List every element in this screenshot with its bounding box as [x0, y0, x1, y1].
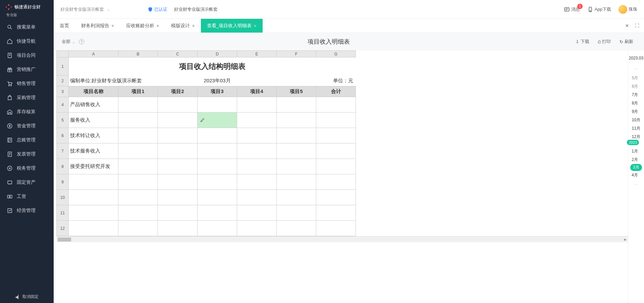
timeline-month[interactable]: 7月: [631, 91, 642, 99]
user-menu[interactable]: 珠珠: [619, 5, 637, 14]
filter-dropdown[interactable]: 全部 ⌄: [62, 39, 75, 45]
cell[interactable]: [118, 113, 158, 128]
cell[interactable]: [158, 174, 198, 190]
cell[interactable]: [316, 221, 356, 236]
cell[interactable]: [316, 143, 356, 159]
corner-cell[interactable]: [57, 51, 69, 57]
tab-应收账龄分析[interactable]: 应收账龄分析×: [120, 19, 165, 33]
scroll-down-icon[interactable]: ﹀: [633, 181, 640, 189]
timeline-month[interactable]: 8月: [631, 99, 642, 107]
tab-close-icon[interactable]: ×: [156, 23, 159, 29]
cell[interactable]: [158, 205, 198, 221]
cell[interactable]: [198, 174, 237, 190]
sidebar-item-search[interactable]: 搜索菜单: [0, 20, 54, 34]
scroll-right-icon[interactable]: ▸: [623, 237, 628, 242]
cell[interactable]: [316, 190, 356, 205]
cell[interactable]: [277, 97, 316, 113]
cell[interactable]: [118, 190, 158, 205]
app-download-button[interactable]: App下载: [587, 6, 611, 12]
cell[interactable]: [198, 205, 237, 221]
sidebar-item-tax[interactable]: 税务管理: [0, 161, 54, 175]
cell[interactable]: [69, 205, 118, 221]
sidebar-item-home[interactable]: 快捷导航: [0, 34, 54, 48]
col-header-A[interactable]: A: [69, 51, 118, 57]
close-all-tabs-button[interactable]: ✕: [624, 22, 630, 30]
sidebar-item-money[interactable]: 资金管理: [0, 119, 54, 133]
col-header-B[interactable]: B: [118, 51, 158, 57]
tab-模版设计[interactable]: 模版设计×: [165, 19, 201, 33]
row-label[interactable]: 产品销售收入: [69, 97, 118, 113]
period-label[interactable]: 2023.03: [628, 54, 644, 62]
row-header-10[interactable]: 10: [57, 190, 69, 205]
timeline-month[interactable]: 4月: [630, 171, 642, 179]
cell[interactable]: [118, 205, 158, 221]
timeline-month[interactable]: 9月: [631, 107, 642, 116]
timeline-month[interactable]: 6月: [631, 82, 642, 91]
cell[interactable]: [69, 190, 118, 205]
cell[interactable]: [198, 221, 237, 236]
cell[interactable]: [158, 113, 198, 128]
cell[interactable]: [198, 128, 237, 143]
cell[interactable]: [277, 143, 316, 159]
sidebar-item-warehouse[interactable]: 库存核算: [0, 105, 54, 119]
cell[interactable]: [198, 159, 237, 174]
sidebar-item-cart[interactable]: 销售管理: [0, 77, 54, 91]
cell[interactable]: [237, 190, 277, 205]
cell[interactable]: [316, 174, 356, 190]
cell[interactable]: [158, 159, 198, 174]
cell[interactable]: [237, 97, 277, 113]
row-header-2[interactable]: 2: [57, 76, 69, 86]
cell[interactable]: [198, 97, 237, 113]
row-label[interactable]: 技术服务收入: [69, 143, 118, 159]
cell[interactable]: [316, 159, 356, 174]
tab-close-icon[interactable]: ×: [254, 23, 256, 29]
cell[interactable]: [158, 97, 198, 113]
cell[interactable]: [118, 174, 158, 190]
col-header-D[interactable]: D: [198, 51, 237, 57]
sidebar-collapse-button[interactable]: ◀▏ 取消固定: [0, 291, 54, 303]
cell[interactable]: [316, 205, 356, 221]
timeline-month[interactable]: 10月: [631, 116, 642, 124]
messages-button[interactable]: 消息 1: [564, 6, 580, 12]
row-header-1[interactable]: 1: [57, 57, 69, 76]
cell[interactable]: [69, 174, 118, 190]
cell[interactable]: [198, 190, 237, 205]
sidebar-item-ledger[interactable]: 总账管理: [0, 133, 54, 147]
timeline-month[interactable]: 11月: [631, 124, 642, 133]
fullscreen-button[interactable]: ⛶: [634, 22, 641, 30]
timeline-month[interactable]: 1月: [630, 147, 642, 156]
scroll-up-icon[interactable]: ︿: [633, 64, 640, 73]
horizontal-scrollbar[interactable]: ▸: [56, 236, 628, 242]
cell[interactable]: [237, 128, 277, 143]
tab-close-icon[interactable]: ×: [111, 23, 114, 29]
sidebar-item-bag[interactable]: 采购管理: [0, 91, 54, 105]
row-header-8[interactable]: 8: [57, 159, 69, 174]
cell[interactable]: [198, 143, 237, 159]
cell[interactable]: [316, 97, 356, 113]
tab-财务利润报告[interactable]: 财务利润报告×: [75, 19, 120, 33]
row-header-6[interactable]: 6: [57, 128, 69, 143]
sidebar-item-contract[interactable]: 项目合同: [0, 48, 54, 62]
cell[interactable]: [118, 159, 158, 174]
row-header-11[interactable]: 11: [57, 205, 69, 221]
cell[interactable]: [277, 174, 316, 190]
cell[interactable]: [277, 221, 316, 236]
timeline-month[interactable]: 3月: [630, 164, 642, 171]
cell[interactable]: [237, 159, 277, 174]
timeline-month[interactable]: 2月: [630, 156, 642, 164]
tab-首页[interactable]: 首页: [54, 19, 75, 33]
cell[interactable]: [237, 221, 277, 236]
cell[interactable]: [316, 113, 356, 128]
row-label[interactable]: 接受委托研究开发: [69, 159, 118, 174]
cell[interactable]: [237, 205, 277, 221]
tab-查看_项目收入明细表[interactable]: 查看_项目收入明细表×: [201, 19, 263, 33]
col-header-F[interactable]: F: [277, 51, 316, 57]
cell[interactable]: [158, 190, 198, 205]
account-selector[interactable]: 好业财专业版演示帐套 ⌄: [60, 6, 141, 12]
cell[interactable]: [237, 113, 277, 128]
cell[interactable]: [237, 143, 277, 159]
cell[interactable]: [277, 128, 316, 143]
sidebar-item-gift[interactable]: 营销推广: [0, 62, 54, 77]
cell[interactable]: [118, 221, 158, 236]
cell[interactable]: [118, 97, 158, 113]
